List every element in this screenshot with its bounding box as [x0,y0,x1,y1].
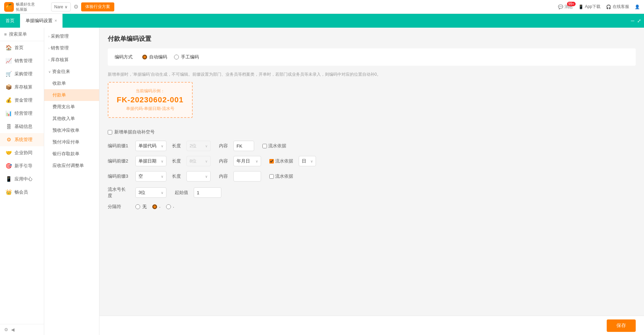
main-layout: ≡ 搜索菜单 🏠 首页 📈 销售管理 🛒 采购管理 📦 库存核算 💰 资金管理 … [0,28,644,335]
tab-current[interactable]: 单据编码设置 × [20,14,63,28]
length2-label: 长度 [172,158,181,164]
sec-group-sales-header[interactable]: › 销售管理 [44,42,99,54]
sec-nav-adjust[interactable]: 应收应付调整单 [44,160,99,171]
start-value-input[interactable]: 1 [194,187,221,198]
chevron-down-icon: ∨ [65,4,68,9]
preview-label: 当前编码示例： [117,88,184,94]
settings-icon[interactable]: ⚙ [74,3,78,10]
prefix3-select[interactable]: 空 ∨ [135,171,166,182]
sec-nav-expense[interactable]: 费用支出单 [44,101,99,113]
content1-value: FK [233,141,254,151]
message-badge: 99+ [567,2,576,6]
auto-code-radio[interactable] [142,55,147,59]
sidebar-item-basic[interactable]: 🗄 基础信息 [0,120,44,133]
header-middle: Nare ∨ ⚙ 体验行业方案 [51,2,555,11]
chevron-right-icon: › [48,35,49,38]
chevron-right-icon: › [48,58,49,62]
serial2-arrow-icon: ∨ [310,159,313,163]
auto-code-radio-label[interactable]: 自动编码 [142,54,167,60]
sidebar-item-home[interactable]: 🏠 首页 [0,41,44,54]
length3-label: 长度 [172,173,181,179]
sep-none-label[interactable]: 无 [135,204,147,210]
company-select[interactable]: Nare ∨ [51,2,71,11]
sep-dash2-radio[interactable] [166,204,171,209]
sidebar-item-sales[interactable]: 📈 销售管理 [0,54,44,67]
serial2-checkbox[interactable] [269,159,274,164]
sidebar-item-purchase[interactable]: 🛒 采购管理 [0,67,44,81]
message-icon: 💬 [558,4,563,9]
prefix2-select[interactable]: 单据日期 ∨ [135,156,166,166]
sec-group-inventory-header[interactable]: › 库存核算 [44,54,99,66]
tab-minimize-icon[interactable]: ─ [631,18,634,24]
message-button[interactable]: 💬 消息 99+ [558,4,573,10]
trial-button[interactable]: 体验行业方案 [81,2,114,11]
tab-bar: 首页 单据编码设置 × ─ ⤢ [0,14,644,28]
sep-none-radio[interactable] [135,204,140,209]
content1-label: 内容 [219,143,228,149]
sidebar-item-apps[interactable]: 📱 应用中心 [0,173,44,186]
search-icon: ≡ [4,32,7,37]
sec-nav-payment[interactable]: 付款单 [44,89,99,101]
serial3-checkbox[interactable] [269,174,274,179]
serial-length-select[interactable]: 3位 ∨ [135,187,166,198]
auto-fill-row: 新增单据自动补空号 [108,129,636,135]
sec-nav-other-income[interactable]: 其他收入单 [44,113,99,124]
serial1-checkbox[interactable] [262,144,267,148]
content2-arrow-icon: ∨ [256,159,258,163]
sidebar-item-inventory[interactable]: 📦 库存核算 [0,81,44,94]
left-sidebar: ≡ 搜索菜单 🏠 首页 📈 销售管理 🛒 采购管理 📦 库存核算 💰 资金管理 … [0,28,44,335]
auto-fill-checkbox[interactable] [108,130,112,134]
sec-group-funds-header[interactable]: ∨ 资金往来 [44,66,99,77]
sec-nav-receipt[interactable]: 收款单 [44,77,99,89]
sidebar-item-system[interactable]: ⚙ 系统管理 [0,133,44,146]
collapse-icon[interactable]: ◀ [11,327,15,332]
serial1-check: 流水依据 [262,143,286,149]
search-menu[interactable]: ≡ 搜索菜单 [0,28,44,41]
guide-icon: 🎯 [6,163,12,169]
sidebar-item-member[interactable]: 👑 畅会员 [0,186,44,199]
sec-nav-advance-receivable[interactable]: 预收冲应收单 [44,124,99,136]
length3-arrow-icon: ∨ [205,175,208,178]
user-menu[interactable]: 👤 [635,4,640,9]
app-download-button[interactable]: 📱 App下载 [578,4,600,10]
online-service-button[interactable]: 🎧 在线客服 [606,4,629,10]
sales-icon: 📈 [6,58,12,64]
content3-label: 内容 [219,173,228,179]
second-sidebar: › 采购管理 › 销售管理 › 库存核算 ∨ 资金往来 收款单 付款单 费用支出… [44,28,99,335]
save-button[interactable]: 保存 [607,319,636,332]
top-header: 🍊 畅通好生意 拓展版 Nare ∨ ⚙ 体验行业方案 💬 消息 99+ 📱 A… [0,0,644,14]
sep-dash-label[interactable]: · [152,204,161,210]
sidebar-item-guide[interactable]: 🎯 新手引导 [0,159,44,173]
prefix1-select[interactable]: 单据代码 ∨ [135,141,166,151]
sec-nav-bank-deposit[interactable]: 银行存取款单 [44,148,99,160]
serial2-check: 流水依据 [269,158,293,164]
tab-bar-right: ─ ⤢ [631,14,644,28]
sec-group-inventory: › 库存核算 [44,54,99,66]
settings-bottom-icon[interactable]: ⚙ [4,327,8,332]
serial-length-arrow-icon: ∨ [161,191,163,195]
chevron-down-icon: ∨ [48,70,51,74]
finance-icon: 💰 [6,97,12,103]
apps-icon: 📱 [6,176,12,182]
code-method-label: 编码方式 [115,54,133,60]
manual-code-radio[interactable] [174,55,179,59]
sidebar-item-enterprise[interactable]: 🤝 企业协同 [0,146,44,159]
manual-code-radio-label[interactable]: 手工编码 [174,54,199,60]
tab-close-icon[interactable]: × [55,18,57,23]
length3-select[interactable]: ∨ [186,171,211,182]
tab-home[interactable]: 首页 [0,14,20,28]
sep-dash-radio[interactable] [152,204,157,209]
serial-length-label: 流水号长度 [108,186,130,199]
logo-area: 🍊 畅通好生意 拓展版 [4,2,48,12]
sidebar-item-finance[interactable]: 💰 资金管理 [0,94,44,107]
sidebar-item-operations[interactable]: 📊 经营管理 [0,107,44,120]
serial2-unit-select[interactable]: 日 ∨ [299,156,316,166]
start-value-label: 起始值 [175,189,188,196]
sec-nav-advance-payable[interactable]: 预付冲应付单 [44,136,99,148]
tab-expand-icon[interactable]: ⤢ [637,18,641,24]
content2-select[interactable]: 年月日 ∨ [233,156,261,166]
preview-code: FK-20230602-001 [117,95,184,104]
length2-select: 8位 ∨ [186,156,211,166]
sep-dash2-label[interactable]: · [166,204,174,210]
sec-group-purchase-header[interactable]: › 采购管理 [44,30,99,42]
